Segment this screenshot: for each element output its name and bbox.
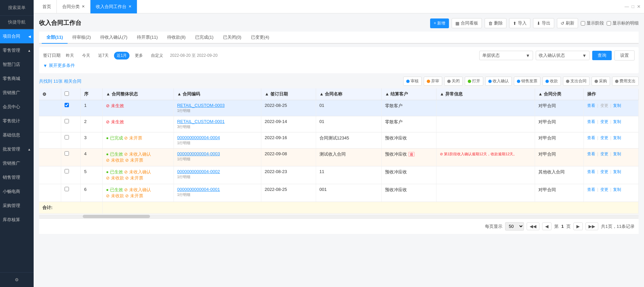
sidebar-item-marketing[interactable]: 营销推广 — [0, 86, 34, 100]
th-gear[interactable]: ⚙ — [39, 88, 61, 100]
per-page-select[interactable]: 50 20 100 — [505, 222, 524, 231]
op-view[interactable]: 查看 — [587, 169, 595, 174]
next-page-btn[interactable]: ▶ — [573, 222, 583, 230]
window-minimize-btn[interactable]: — — [624, 4, 629, 9]
sub-tab-pending-confirm[interactable]: 待收入确认(7) — [96, 32, 132, 44]
contract-code-link[interactable]: 0000000000004-0002 — [177, 169, 220, 174]
filter-date-1month[interactable]: 近1月 — [114, 52, 130, 59]
tab-close-income-contract[interactable]: ✕ — [128, 4, 131, 9]
sidebar-item-inventory[interactable]: 库存核算 — [0, 213, 34, 227]
sidebar-item-retail-stats[interactable]: 零售统计 — [0, 114, 34, 128]
cell-checkbox[interactable] — [61, 132, 81, 149]
last-page-btn[interactable]: ▶▶ — [585, 222, 598, 230]
prev-page-btn[interactable]: ◀ — [542, 222, 552, 230]
op-view[interactable]: 查看 — [587, 119, 595, 124]
sub-tab-all[interactable]: 全部(11) — [42, 32, 68, 44]
sub-tab-pending-payment[interactable]: 待收款(8) — [162, 32, 190, 44]
window-maximize-btn[interactable]: □ — [632, 4, 634, 9]
cell-checkbox[interactable] — [61, 149, 81, 166]
sidebar-nav[interactable]: 快捷导航 — [0, 16, 34, 29]
sidebar-search[interactable]: 搜索菜单 — [0, 0, 34, 16]
op-copy[interactable]: 复制 — [613, 169, 621, 174]
sidebar-item-smart-store[interactable]: 智慧门店 — [0, 57, 34, 72]
cell-checkbox[interactable] — [61, 166, 81, 184]
set-btn[interactable]: 设置 — [614, 50, 635, 60]
sub-tab-pending-review[interactable]: 待审核(2) — [68, 32, 96, 44]
action-expense-btn[interactable]: 费用支出 — [612, 77, 639, 86]
th-checkbox[interactable] — [61, 88, 81, 100]
action-sales-invoice-btn[interactable]: 销售发票 — [514, 77, 540, 86]
filter-date-7days[interactable]: 近7天 — [96, 52, 111, 59]
sidebar-item-basic-info[interactable]: 基础信息 — [0, 128, 34, 142]
import-btn[interactable]: ⬆ 导入 — [509, 18, 530, 28]
cell-checkbox[interactable] — [61, 116, 81, 132]
contract-code-link[interactable]: 0000000000004-0001 — [177, 187, 220, 192]
expand-filter-btn[interactable]: ▼ 展开更多条件 — [43, 63, 635, 69]
action-close-btn[interactable]: 关闭 — [444, 77, 463, 86]
new-btn[interactable]: + 新增 — [430, 18, 449, 28]
op-copy[interactable]: 复制 — [613, 103, 621, 108]
op-view[interactable]: 查看 — [587, 187, 595, 192]
filter-date-today[interactable]: 今天 — [79, 52, 93, 59]
filter-date-yesterday[interactable]: 昨天 — [63, 52, 77, 59]
action-review-btn[interactable]: 审核 — [403, 77, 422, 86]
refresh-btn[interactable]: ↺ 刷新 — [557, 18, 578, 28]
scrollbar-thumb[interactable] — [83, 215, 150, 218]
tab-income-contract[interactable]: 收入合同工作台 ✕ — [90, 0, 137, 13]
filter-doc-status-select[interactable]: 单据状态 ▼ — [479, 51, 533, 60]
op-change[interactable]: 变更 — [600, 187, 608, 192]
contract-code-link[interactable]: 0000000000004-0003 — [177, 151, 220, 156]
sidebar-item-ecommerce[interactable]: 小畅电商 — [0, 184, 34, 199]
op-change[interactable]: 变更 — [600, 135, 608, 140]
sidebar-item-wholesale-mgmt[interactable]: 批发管理 ▲ — [0, 142, 34, 156]
action-purchase-btn[interactable]: 采购 — [592, 77, 610, 86]
action-income-confirm-btn[interactable]: 收入确认 — [485, 77, 512, 86]
op-change[interactable]: 变更 — [600, 152, 608, 156]
op-view[interactable]: 查看 — [587, 103, 595, 108]
query-btn[interactable]: 查询 — [592, 51, 612, 60]
sidebar-settings-icon[interactable]: ⚙ — [0, 272, 34, 287]
cell-checkbox[interactable] — [61, 184, 81, 202]
op-change[interactable]: 变更 — [600, 119, 608, 124]
sidebar-item-project-contract[interactable]: 项目合同 ◀ — [0, 29, 34, 43]
action-payment-btn[interactable]: 收款 — [542, 77, 561, 86]
delete-btn[interactable]: 🗑 删除 — [485, 18, 506, 28]
op-view[interactable]: 查看 — [587, 152, 595, 156]
show-detail-checkbox[interactable]: 显示标的明细 — [607, 20, 639, 26]
filter-date-custom[interactable]: 自定义 — [148, 52, 166, 59]
filter-date-more[interactable]: 更多 — [132, 52, 146, 59]
sidebar-item-marketing2[interactable]: 营销推广 — [0, 156, 34, 170]
op-change[interactable]: 变更 — [600, 169, 608, 174]
action-expense-contract-btn[interactable]: 支出合同 — [563, 77, 590, 86]
op-copy[interactable]: 复制 — [613, 119, 621, 124]
cell-checkbox[interactable] — [61, 100, 81, 116]
first-page-btn[interactable]: ◀◀ — [527, 222, 539, 230]
sub-tab-changed[interactable]: 已变更(4) — [246, 32, 274, 44]
select-all-checkbox[interactable] — [65, 91, 69, 96]
horizontal-scrollbar[interactable] — [39, 214, 639, 218]
tab-close-contract-category[interactable]: ✕ — [82, 4, 85, 9]
sub-tab-pending-invoice[interactable]: 待开票(11) — [132, 32, 162, 44]
sidebar-item-retail-mgmt[interactable]: 零售管理 ▲ — [0, 43, 34, 57]
op-copy[interactable]: 复制 — [613, 187, 621, 192]
tab-contract-category[interactable]: 合同分类 ✕ — [57, 0, 90, 13]
export-btn[interactable]: ⬇ 导出 — [533, 18, 554, 28]
op-copy[interactable]: 复制 — [613, 152, 621, 156]
tab-home[interactable]: 首页 — [37, 0, 57, 13]
kanban-btn[interactable]: ▦ 合同看板 — [452, 18, 482, 28]
sub-tab-closed[interactable]: 已关闭(0) — [218, 32, 246, 44]
action-abandon-btn[interactable]: 弃审 — [424, 77, 442, 86]
window-close-btn[interactable]: ✕ — [637, 4, 641, 9]
contract-code-link[interactable]: RETAIL_CUSTOM-0003 — [177, 103, 225, 108]
filter-confirm-status-select[interactable]: 收入确认状态 ▼ — [536, 51, 590, 60]
sidebar-item-purchase-mgmt[interactable]: 采购管理 — [0, 199, 34, 213]
contract-code-link[interactable]: RETAIL_CUSTOM-0001 — [177, 119, 225, 124]
action-open-btn[interactable]: 打开 — [465, 77, 483, 86]
sidebar-item-member-center[interactable]: 会员中心 — [0, 100, 34, 114]
sidebar-item-retail-mall[interactable]: 零售商城 — [0, 72, 34, 86]
sidebar-item-sales-mgmt[interactable]: 销售管理 — [0, 170, 34, 184]
op-view[interactable]: 查看 — [587, 135, 595, 140]
contract-code-link[interactable]: 0000000000004-0004 — [177, 135, 220, 140]
sub-tab-completed[interactable]: 已完成(1) — [190, 32, 218, 44]
op-copy[interactable]: 复制 — [613, 135, 621, 140]
